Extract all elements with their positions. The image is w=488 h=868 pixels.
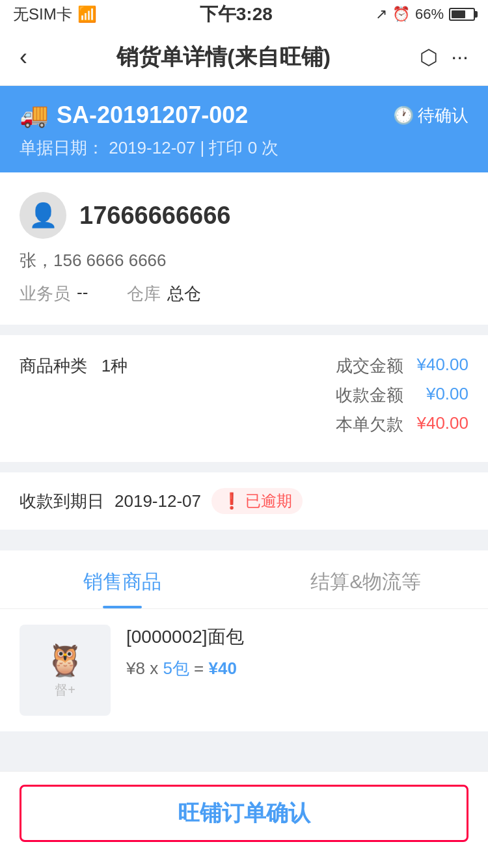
kind-value: 1种 [102,356,128,375]
status-clock-icon: 🕐 [393,105,414,126]
amount-label: 成交金额 [336,355,403,377]
order-status: 🕐 待确认 [393,104,468,127]
nav-bar: ‹ 销货单详情(来自旺铺) ⬡ ··· [0,29,488,86]
date-value: 2019-12-07 [109,138,195,157]
customer-name: 张，156 6666 6666 [20,249,468,272]
customer-row: 👤 17666666666 [20,192,468,239]
customer-meta: 业务员 -- 仓库 总仓 [20,282,468,305]
product-name: [0000002]面包 [126,625,468,649]
price-total: ¥40 [208,658,236,678]
carrier-text: 无SIM卡 [13,4,72,25]
tabs-row: 销售商品 结算&物流等 [0,550,488,609]
more-button[interactable]: ··· [451,45,468,69]
owl-icon: 🦉 [46,642,85,679]
order-id-text: SA-20191207-002 [57,102,248,129]
order-date-row: 单据日期： 2019-12-07 | 打印 0 次 [20,137,468,159]
order-banner: 🚚 SA-20191207-002 🕐 待确认 单据日期： 2019-12-07… [0,86,488,172]
thumb-inner: 🦉 督+ [46,642,85,699]
customer-section: 👤 17666666666 张，156 6666 6666 业务员 -- 仓库 … [0,172,488,325]
equals-text: = [189,658,209,678]
brand-plus-text: 督+ [55,681,75,699]
order-id: 🚚 SA-20191207-002 [20,102,248,129]
status-left: 无SIM卡 📶 [13,4,97,25]
amount-value: ¥40.00 [416,355,468,377]
due-date-value: 2019-12-07 [115,491,201,511]
product-row: 🦉 督+ [0000002]面包 ¥8 x 5包 = ¥40 [20,625,468,716]
salesman-value: -- [77,282,88,305]
overdue-text: 已逾期 [245,491,292,511]
tab-settlement[interactable]: 结算&物流等 [244,550,488,608]
warehouse-label: 仓库 [127,282,161,305]
overdue-badge: ❗ 已逾期 [211,488,303,514]
product-section: 🦉 督+ [0000002]面包 ¥8 x 5包 = ¥40 [0,609,488,731]
kind-row: 商品种类 1种 [20,355,128,377]
battery-fill [452,10,465,18]
share-button[interactable]: ⬡ [420,45,438,70]
time-display: 下午3:28 [200,2,273,27]
summary-section: 商品种类 1种 成交金额 ¥40.00 收款金额 ¥0.00 本单欠款 ¥40.… [0,335,488,462]
due-date-label: 收款到期日 [20,490,104,513]
page-title: 销货单详情(来自旺铺) [116,42,331,72]
collected-label: 收款金额 [336,384,403,407]
confirm-button[interactable]: 旺铺订单确认 [20,785,468,842]
salesman-label: 业务员 [20,282,70,305]
collected-row: 收款金额 ¥0.00 [336,384,468,407]
kind-label: 商品种类 [20,356,87,375]
tab-settlement-label: 结算&物流等 [310,571,421,592]
nav-actions: ⬡ ··· [420,45,468,70]
warehouse-value: 总仓 [167,282,201,305]
status-bar: 无SIM卡 📶 下午3:28 ↗ ⏰ 66% [0,0,488,29]
tab-products-label: 销售商品 [83,571,161,592]
product-thumbnail: 🦉 督+ [20,625,111,716]
salesman-item: 业务员 -- [20,282,88,305]
collected-value: ¥0.00 [426,384,468,407]
owed-row: 本单欠款 ¥40.00 [336,413,468,436]
status-right: ↗ ⏰ 66% [375,6,475,23]
date-label: 单据日期： [20,138,104,157]
customer-phone: 17666666666 [79,202,230,230]
back-button[interactable]: ‹ [20,44,27,71]
battery-icon [449,8,475,21]
alarm-icon: ⏰ [392,6,410,23]
location-icon: ↗ [375,6,387,23]
due-date-section: 收款到期日 2019-12-07 ❗ 已逾期 [0,472,488,530]
status-text: 待确认 [418,104,468,127]
order-icon: 🚚 [20,102,49,129]
price-qty: 5包 [163,658,189,678]
wifi-icon: 📶 [77,5,97,23]
tabs-section: 销售商品 结算&物流等 [0,550,488,609]
order-banner-top: 🚚 SA-20191207-002 🕐 待确认 [20,102,468,129]
summary-row: 商品种类 1种 成交金额 ¥40.00 收款金额 ¥0.00 本单欠款 ¥40.… [20,355,468,442]
print-info: | 打印 0 次 [200,138,278,157]
owed-value: ¥40.00 [416,413,468,436]
tab-products[interactable]: 销售商品 [0,550,244,608]
summary-right: 成交金额 ¥40.00 收款金额 ¥0.00 本单欠款 ¥40.00 [336,355,468,442]
price-text: ¥8 x [126,658,163,678]
product-price-row: ¥8 x 5包 = ¥40 [126,657,468,680]
product-info: [0000002]面包 ¥8 x 5包 = ¥40 [126,625,468,680]
amount-row: 成交金额 ¥40.00 [336,355,468,377]
overdue-icon: ❗ [222,492,241,510]
summary-left: 商品种类 1种 [20,355,128,377]
owed-label: 本单欠款 [336,413,403,436]
avatar: 👤 [20,192,66,239]
warehouse-item: 仓库 总仓 [127,282,201,305]
battery-text: 66% [415,6,444,23]
divider-1 [0,540,488,550]
bottom-bar: 旺铺订单确认 [0,771,488,868]
